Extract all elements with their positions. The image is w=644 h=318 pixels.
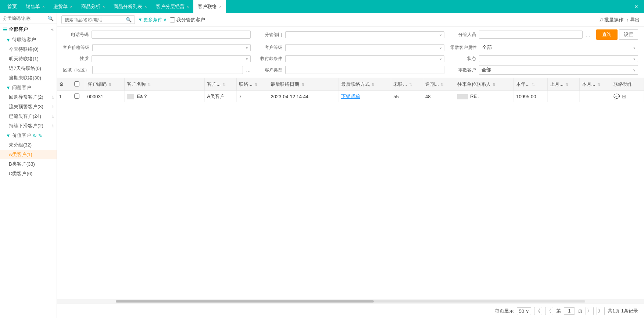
col-last-date: 最后联络日期 ⇅ — [268, 78, 339, 91]
manager-dots[interactable]: … — [586, 32, 590, 38]
sort-thismonth-icon[interactable]: ⇅ — [597, 82, 600, 86]
manager-input[interactable] — [479, 31, 583, 39]
my-customers-checkbox[interactable]: 我分管的客户 — [170, 17, 205, 23]
value-customers-group[interactable]: ▼ 价值客户 ↻ ✎ — [0, 131, 57, 140]
my-customers-check[interactable] — [170, 17, 175, 22]
problem-customers-group[interactable]: ▼ 问题客户 — [0, 83, 57, 92]
sidebar-item-declining[interactable]: 持续下滑客户(2) ℹ — [0, 121, 57, 131]
close-customer-contact-tab[interactable]: × — [219, 4, 221, 9]
sort-name-icon[interactable]: ⇅ — [148, 82, 151, 86]
main-search-input[interactable] — [65, 17, 126, 22]
region-input[interactable] — [92, 66, 243, 74]
last-method-link[interactable]: 下销货单 — [341, 93, 360, 99]
status-select[interactable]: ∨ — [479, 55, 638, 62]
sidebar-item-unclassified[interactable]: 未分组(32) — [0, 140, 57, 150]
customer-type-input[interactable] — [285, 66, 444, 74]
payment-select[interactable]: ∨ — [285, 55, 444, 62]
sidebar-item-tomorrow[interactable]: 明天待联络(1) — [0, 54, 57, 64]
nav-sales[interactable]: 销售单 × — [21, 0, 49, 13]
close-all-tabs[interactable]: × — [631, 3, 641, 11]
sidebar-item-overdue[interactable]: 逾期未联络(30) — [0, 73, 57, 83]
filter-manager: 分管人员 … 查询 设置 — [450, 29, 638, 40]
close-sales-tab[interactable]: × — [42, 4, 44, 9]
phone-input[interactable] — [92, 31, 251, 39]
dept-select[interactable]: ∨ — [285, 31, 444, 38]
close-product-list-tab[interactable]: × — [144, 4, 147, 9]
sort-type-icon[interactable]: ⇅ — [223, 82, 226, 86]
filter-retail-attr: 零散客户属性 全部 ∨ — [450, 43, 638, 52]
chevron-status-icon: ∨ — [633, 57, 636, 61]
query-button[interactable]: 查询 — [596, 29, 618, 40]
nav-purchase[interactable]: 进货单 × — [49, 0, 76, 13]
retail-attr-select[interactable]: 全部 ∨ — [480, 43, 638, 52]
unit-contact-text: RE . — [470, 93, 479, 99]
all-customers-header[interactable]: ☰ 全部客户 « — [0, 24, 57, 35]
info-icon3[interactable]: ℹ — [52, 114, 54, 119]
refresh-icon[interactable]: ↻ — [33, 133, 37, 138]
sort-contact-icon[interactable]: ⇅ — [254, 82, 257, 86]
settings-button[interactable]: 设置 — [619, 29, 638, 40]
sort-code-icon[interactable]: ⇅ — [108, 82, 111, 86]
nav-product-analysis[interactable]: 商品分析 × — [77, 0, 109, 13]
sort-nocontact-icon[interactable]: ⇅ — [409, 82, 412, 86]
info-icon[interactable]: ℹ — [52, 95, 54, 100]
table-settings-icon[interactable]: ⚙ — [59, 81, 64, 87]
sidebar-item-today[interactable]: 今天待联络(0) — [0, 45, 57, 54]
sidebar-search-icon[interactable]: 🔍 — [47, 15, 54, 21]
next-page-btn[interactable]: 〉 — [586, 307, 594, 315]
page-number-input[interactable] — [564, 307, 575, 315]
scrollbar-track[interactable] — [116, 300, 585, 303]
price-level-label: 客户价格等级 — [63, 45, 89, 51]
sort-date-icon[interactable]: ⇅ — [301, 82, 304, 86]
close-purchase-tab[interactable]: × — [70, 4, 72, 9]
sidebar-item-repurchase[interactable]: 回购异常客户(2) ℹ — [0, 92, 57, 102]
close-customer-segment-tab[interactable]: × — [187, 4, 189, 9]
price-level-select[interactable]: ∨ — [92, 44, 251, 51]
sidebar-search-input[interactable] — [3, 16, 47, 21]
first-page-btn[interactable]: 《 — [534, 307, 542, 315]
sidebar-item-class-b[interactable]: B类客户(33) — [0, 159, 57, 169]
nav-home[interactable]: 首页 — [3, 0, 21, 13]
edit-icon[interactable]: ✎ — [38, 133, 42, 138]
filter-nature: 性质 ∨ — [63, 55, 251, 62]
sort-unit-icon[interactable]: ⇅ — [493, 82, 495, 86]
sidebar-item-churned[interactable]: 已流失客户(24) ℹ — [0, 112, 57, 121]
sidebar-item-class-a[interactable]: A类客户(1) — [0, 150, 57, 159]
sidebar-collapse-icon[interactable]: « — [51, 27, 54, 32]
retail-attr-label: 零散客户属性 — [450, 45, 477, 51]
pending-contact-group[interactable]: ▼ 待联络客户 — [0, 35, 57, 45]
qr-action-icon[interactable]: ⊞ — [622, 93, 626, 99]
cell-action: 💬 ⊞ — [611, 91, 644, 102]
export-btn[interactable]: ↑ 导出 — [626, 17, 640, 23]
sort-year-icon[interactable]: ⇅ — [532, 82, 535, 86]
last-page-btn[interactable]: 》 — [597, 307, 605, 315]
close-product-analysis-tab[interactable]: × — [103, 4, 105, 9]
customer-level-select[interactable]: ∨ — [285, 44, 444, 51]
contact-action-icon[interactable]: 💬 — [613, 93, 620, 99]
nav-product-list[interactable]: 商品分析列表 × — [109, 0, 151, 13]
scrollbar-thumb[interactable] — [116, 300, 374, 303]
select-all-checkbox[interactable] — [74, 81, 79, 86]
sidebar-item-class-c[interactable]: C类客户(6) — [0, 169, 57, 179]
batch-ops-btn[interactable]: ☑ 批量操作 — [598, 17, 623, 23]
sort-method-icon[interactable]: ⇅ — [372, 82, 375, 86]
prev-page-btn[interactable]: 〈 — [545, 307, 553, 315]
page-size-select[interactable]: 50 ∨ — [517, 307, 531, 315]
info-icon4[interactable]: ℹ — [52, 124, 54, 128]
more-conditions-btn[interactable]: ▼ 更多条件 ∨ — [138, 17, 167, 23]
sidebar-item-7days[interactable]: 近7天待联络(0) — [0, 64, 57, 73]
region-dots[interactable]: … — [246, 67, 251, 73]
nav-customer-contact[interactable]: 客户联络 × — [193, 0, 226, 13]
nav-customer-segment[interactable]: 客户分层经营 × — [151, 0, 193, 13]
info-icon2[interactable]: ℹ — [52, 105, 54, 109]
sort-lastmonth-icon[interactable]: ⇅ — [565, 82, 568, 86]
main-search-icon[interactable]: 🔍 — [126, 17, 132, 22]
sidebar-item-churn-warning[interactable]: 流失预警客户(3) ℹ — [0, 102, 57, 112]
retail-select[interactable]: 全部 ∨ — [479, 65, 638, 75]
filter-payment: 收付款条件 ∨ — [257, 55, 444, 62]
main-search-box[interactable]: 🔍 — [61, 15, 135, 24]
row-checkbox[interactable] — [74, 93, 79, 99]
sort-overdue-icon[interactable]: ⇅ — [441, 82, 444, 86]
nature-select[interactable]: ∨ — [92, 55, 251, 62]
horizontal-scrollbar[interactable] — [57, 299, 644, 304]
